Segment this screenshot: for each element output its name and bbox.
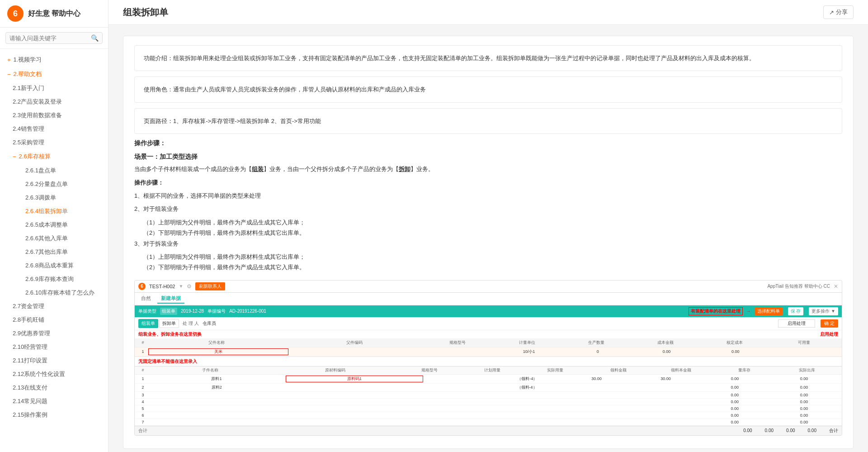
ss-form-row: 组装单 拆卸单 处 理 人 仓库员 启用处理 确 定 [135, 317, 842, 330]
ss-sub-row-6: 6 0.00 0.00 [135, 412, 842, 419]
ss-tabs-row: 自然 新建单据 [135, 293, 842, 305]
ss-tab-new[interactable]: 新建单据 [157, 294, 184, 304]
ss-tab-natural[interactable]: 自然 [137, 294, 155, 304]
page-title: 组装拆卸单 [123, 6, 168, 19]
sidebar-item-2-1[interactable]: 2.1新手入门 [13, 81, 108, 95]
expand-icon: + [7, 57, 11, 63]
collapse-icon: − [7, 71, 11, 78]
sidebar-item-help[interactable]: − 2.帮助文档 [0, 67, 108, 81]
ss-total-5: 合计 [829, 428, 838, 434]
sidebar-header: 6 好生意 帮助中心 [0, 0, 108, 28]
step3-label: 3、对于拆装业务 [134, 238, 842, 249]
ss-save-btn[interactable]: 保 存 [788, 307, 804, 315]
ss-cell-fixed-cost: 0.00 [702, 349, 769, 354]
sidebar-item-2-6-5[interactable]: 2.6.5成本调整单 [25, 218, 108, 232]
ss-total-2: 0.00 [765, 428, 783, 433]
ss-sub-row-4: 4 0.00 0.00 [135, 399, 842, 405]
ss-doc-num-val: AD-20191226-001 [229, 309, 266, 314]
sidebar-item-2-6-3[interactable]: 2.6.3调拨单 [25, 191, 108, 205]
sidebar-item-2-15[interactable]: 2.15操作案例 [13, 408, 108, 422]
scene1-steps-label: 操作步骤： [134, 177, 842, 188]
step2-sub1: （1）上部明细为父件明细，最终作为产成品生成其它入库单； [143, 217, 842, 228]
step1: 1、根据不同的业务，选择不同单据的类型来处理 [134, 190, 842, 201]
sidebar-item-2-11[interactable]: 2.11打印设置 [13, 354, 108, 367]
screenshot: 6 TEST-H002 ▼ ⚙ 刷新联系人 AppTiail 告知推荐 帮助中心… [135, 281, 842, 435]
ss-arrow-right: → [746, 309, 751, 314]
role-block: 使用角色：通常由生产人员或库管人员完成拆装业务的操作，库管人员确认原材料的出库和… [134, 76, 842, 102]
sidebar-item-2-7[interactable]: 2.7资金管理 [13, 300, 108, 313]
ss-close-icon[interactable]: ✕ [834, 283, 838, 290]
step3-sub1: （1）上部明细为父件明细，最终作为原材料生成其它出库单； [143, 252, 842, 262]
sidebar-item-2-13[interactable]: 2.13在线支付 [13, 381, 108, 395]
ss-confirm-btn[interactable]: 确 定 [821, 319, 838, 328]
ss-sub-col-out: 实际出库 [776, 367, 838, 373]
sidebar-item-2-6-6[interactable]: 2.6.6其他入库单 [25, 232, 108, 245]
step3-sub2: （2）下部明细为子件明细，最终作为产成品生成其它入库单。 [143, 262, 842, 272]
ss-col-num: # [138, 340, 147, 345]
ss-select-config-btn[interactable]: 选择配料单 [755, 307, 783, 315]
search-icon[interactable]: 🔍 [91, 34, 99, 42]
sidebar-item-2-6[interactable]: − 2.6库存核算 [13, 149, 108, 164]
sidebar-item-2-6-9[interactable]: 2.6.9库存账本查询 [25, 272, 108, 286]
ss-type-btns: 组装单 拆卸单 [138, 319, 179, 328]
sidebar-item-2-9[interactable]: 2.9优惠券管理 [13, 327, 108, 340]
sidebar-item-2-6-1[interactable]: 2.6.1盘点单 [25, 164, 108, 177]
ss-sub-row-5: 5 0.00 0.00 [135, 405, 842, 412]
ss-annotation-row: 组装业务、拆卸业务在这里切换 启用处理 [135, 330, 842, 338]
ss-sub-col-stock: 量库存 [713, 367, 775, 373]
ss-cell-num: 1 [138, 349, 147, 354]
ss-col-unit: 计量单位 [493, 340, 561, 346]
ss-annotation-switch: 组装业务、拆卸业务在这里切换 [138, 331, 202, 338]
ss-sub-row-2: 2 原料2 （领料-4） 0.00 0.00 [135, 384, 842, 392]
sidebar-item-2-3[interactable]: 2.3使用前数据准备 [13, 109, 108, 122]
ss-sub-col-spec: 规格型号 [398, 367, 460, 373]
ss-total-3: 0.00 [786, 428, 804, 433]
search-input[interactable] [9, 35, 91, 42]
sidebar-item-2-10[interactable]: 2.10经营管理 [13, 340, 108, 354]
logo-icon: 6 [7, 5, 24, 22]
sidebar-item-2-4[interactable]: 2.4销售管理 [13, 122, 108, 136]
sidebar-item-2-14[interactable]: 2.14常见问题 [13, 395, 108, 408]
ss-sub-row-1: 1 原料1 原料码1 （领料-4） 30.00 30.00 0.00 0.00 [135, 375, 842, 384]
sidebar-item-2-6-7[interactable]: 2.6.7其他出库单 [25, 245, 108, 259]
sidebar-item-2-12[interactable]: 2.12系统个性化设置 [13, 367, 108, 381]
sidebar-item-label: 2.6库存核算 [19, 152, 51, 161]
logo-title: 好生意 帮助中心 [28, 9, 80, 19]
sidebar-item-2-5[interactable]: 2.5采购管理 [13, 136, 108, 149]
ss-cell-cost-amt: 0.00 [632, 349, 700, 354]
intro-text: 功能介绍：组装拆卸单用来处理企业组装或拆卸等加工业务，支持有固定装配清单的产品加… [144, 53, 833, 63]
nav-tree: + 1.视频学习 − 2.帮助文档 2.1新手入门 2.2产品安装及登录 2.3… [0, 49, 108, 452]
share-button[interactable]: ↗ 分享 [823, 5, 854, 19]
ss-enable-input[interactable]: 启用处理 [778, 319, 815, 328]
screenshot-wrapper: 6 TEST-H002 ▼ ⚙ 刷新联系人 AppTiail 告知推荐 帮助中心… [134, 280, 842, 436]
ss-refresh-btn[interactable]: 刷新联系人 [195, 282, 225, 290]
ss-company-id: TEST-H002 [149, 284, 175, 289]
main-header: 组装拆卸单 ↗ 分享 [108, 0, 868, 25]
step2-list: （1）上部明细为父件明细，最终作为产成品生成其它入库单； （2）下部明细为子件明… [134, 217, 842, 238]
ss-sub-col-pick-cost: 领料本金额 [650, 367, 712, 373]
ss-upper-table-row: 1 关米 10/小1 0 0.00 0.00 [135, 347, 842, 357]
ss-sub-row-7: 7 0.00 0.00 [135, 419, 842, 426]
ss-btn-assemble[interactable]: 组装单 [138, 319, 158, 328]
sidebar-item-2-2[interactable]: 2.2产品安装及登录 [13, 95, 108, 109]
ss-type-select: 组装单 [160, 308, 177, 315]
scene1-desc: 当由多个子件材料组装成一个成品的业务为【组装】业务，当由一个父件拆分成多个子产品… [134, 164, 842, 174]
ss-teal-bar: 单据类型 组装单 2019-12-28 单据编号 AD-20191226-001… [135, 305, 842, 317]
sidebar-item-2-6-2[interactable]: 2.6.2分量盘点单 [25, 177, 108, 191]
sidebar-item-2-6-8[interactable]: 2.6.8商品成本重算 [25, 259, 108, 272]
ss-btn-disassemble[interactable]: 拆卸单 [159, 319, 179, 328]
steps-block: 操作步骤： 场景一：加工类型选择 当由多个子件材料组装成一个成品的业务为【组装】… [134, 139, 842, 436]
ss-col-parent-code: 父件编码 [286, 340, 422, 346]
sidebar-item-label: 1.视频学习 [14, 56, 42, 64]
sidebar-item-2-8[interactable]: 2.8手机旺铺 [13, 313, 108, 327]
sidebar-item-2-6-10[interactable]: 2.6.10库存账本错了怎么办 [25, 286, 108, 300]
ss-total-4: 0.00 [808, 428, 826, 433]
content-section: 功能介绍：组装拆卸单用来处理企业组装或拆卸等加工业务，支持有固定装配清单的产品加… [123, 36, 854, 449]
ss-more-btn[interactable]: 更多操作 ▼ [809, 307, 838, 315]
ss-annotation-enable: 启用处理 [820, 331, 838, 338]
ss-col-parent-name: 父件名称 [148, 340, 285, 346]
sidebar-item-2-6-4[interactable]: 2.6.4组装拆卸单 [25, 205, 108, 218]
sidebar-sub-help: 2.1新手入门 2.2产品安装及登录 2.3使用前数据准备 2.4销售管理 2.… [0, 81, 108, 422]
sidebar-item-video[interactable]: + 1.视频学习 [0, 52, 108, 67]
path-text: 页面路径：1、库存核算->库存管理->组装拆卸单 2、首页->常用功能 [144, 116, 833, 126]
